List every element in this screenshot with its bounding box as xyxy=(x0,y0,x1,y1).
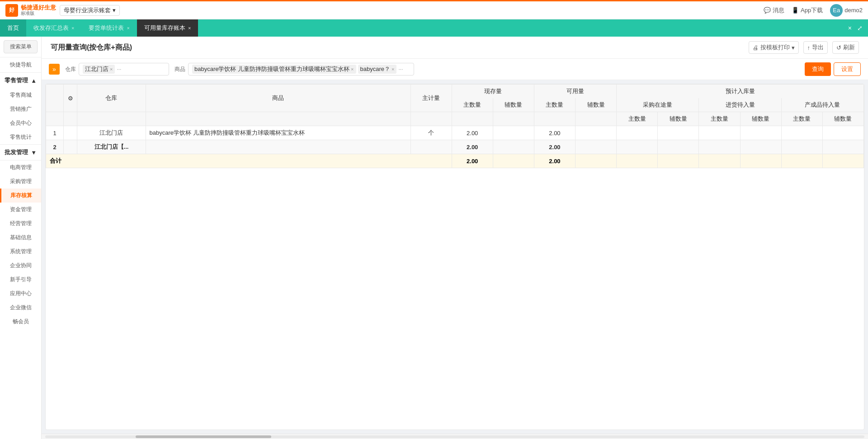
tab-order-label: 要货单统计表 xyxy=(89,24,124,32)
settings-btn[interactable]: 设置 xyxy=(834,62,861,76)
col-empty3 xyxy=(77,112,146,126)
cell-avail-main: 2.00 xyxy=(534,126,575,140)
col-empty4 xyxy=(146,112,410,126)
subtotal-pr-main xyxy=(781,140,822,154)
industry-select[interactable]: 母婴行业演示账套 ▾ xyxy=(60,5,120,16)
search-menu-btn[interactable]: 搜索菜单 xyxy=(4,40,38,53)
sidebar-item-purchase[interactable]: 采购管理 xyxy=(0,175,41,189)
col-avail-main: 主数量 xyxy=(534,98,575,112)
col-empty9 xyxy=(576,112,617,126)
warehouse-filter-group: 仓库 江北门店 × ··· xyxy=(65,63,169,76)
sidebar-item-marketing[interactable]: 营销推广 xyxy=(0,102,41,116)
cell-purchase-aux xyxy=(658,126,699,140)
subtotal-i-aux xyxy=(740,140,781,154)
tab-receive-label: 收发存汇总表 xyxy=(33,24,69,32)
warehouse-tag-label: 江北门店 xyxy=(85,65,108,73)
product-tag-2-remove[interactable]: × xyxy=(392,66,394,72)
sidebar: 搜索菜单 快捷导航 零售管理 ▲ 零售商城 营销推广 会员中心 零售统计 批发管… xyxy=(0,37,42,439)
sidebar-item-enterprise-wechat[interactable]: 企业微信 xyxy=(0,301,41,315)
sidebar-item-basics[interactable]: 基础信息 xyxy=(0,231,41,245)
col-incoming-aux: 辅数量 xyxy=(740,112,781,126)
nav-tabs: 首页 收发存汇总表 × 要货单统计表 × 可用量库存账本 × × ⤢ xyxy=(0,19,868,37)
export-btn[interactable]: ↑ 导出 xyxy=(803,41,828,54)
print-icon: 🖨 xyxy=(753,44,759,51)
chevron-down-icon: ▾ xyxy=(113,7,116,14)
product-tag-2: babycare？ × xyxy=(358,65,397,74)
main-layout: 搜索菜单 快捷导航 零售管理 ▲ 零售商城 营销推广 会员中心 零售统计 批发管… xyxy=(0,37,868,439)
tab-home[interactable]: 首页 xyxy=(0,19,26,37)
query-btn[interactable]: 查询 xyxy=(805,62,831,76)
app-icon: 📱 xyxy=(792,7,799,14)
warehouse-filter-more[interactable]: ··· xyxy=(117,66,121,72)
col-production-aux: 辅数量 xyxy=(822,112,863,126)
product-tag-1-remove[interactable]: × xyxy=(351,66,354,72)
col-current-aux: 辅数量 xyxy=(493,98,534,112)
app-download-btn[interactable]: 📱 App下载 xyxy=(792,6,823,14)
sidebar-item-system[interactable]: 系统管理 xyxy=(0,245,41,259)
quick-nav-btn[interactable]: 快捷导航 xyxy=(0,57,41,73)
filter-toggle-btn[interactable]: » xyxy=(49,64,60,75)
message-btn[interactable]: 💬 消息 xyxy=(764,6,784,14)
sidebar-item-appcenter[interactable]: 应用中心 xyxy=(0,287,41,301)
col-purchase-header: 采购在途量 xyxy=(617,98,699,112)
tab-receive-close[interactable]: × xyxy=(71,25,74,31)
refresh-btn[interactable]: ↺ 刷新 xyxy=(832,41,859,54)
tab-order[interactable]: 要货单统计表 × xyxy=(81,19,137,37)
user-area[interactable]: Ea demo2 xyxy=(830,4,863,17)
sidebar-search: 搜索菜单 xyxy=(0,37,41,57)
col-available: 可用量 xyxy=(534,85,616,99)
table-container: ⚙ 仓库 商品 主计量 现存量 可用量 预计入库量 主数量 辅数量 主数量 辅数… xyxy=(45,84,864,430)
print-label: 按模板打印 xyxy=(760,43,790,52)
tab-receive[interactable]: 收发存汇总表 × xyxy=(26,19,81,37)
sidebar-item-operations[interactable]: 经营管理 xyxy=(0,217,41,231)
product-filter-input[interactable]: babycare学饮杯 儿童防摔防撞吸管杯重力球吸嘴杯宝宝水杯 × babyca… xyxy=(188,63,414,76)
product-tag-2-label: babycare？ xyxy=(360,65,390,73)
sidebar-item-member2[interactable]: 畅会员 xyxy=(0,315,41,329)
tab-inventory[interactable]: 可用量库存账本 × xyxy=(137,19,198,37)
cell-production-aux xyxy=(822,126,863,140)
sidebar-item-retail-stats[interactable]: 零售统计 xyxy=(0,130,41,144)
sidebar-item-finance[interactable]: 资金管理 xyxy=(0,203,41,217)
cell-product: babycare学饮杯 儿童防摔防撞吸管杯重力球吸嘴杯宝宝水杯 xyxy=(146,126,410,140)
cell-production-main xyxy=(781,126,822,140)
col-empty1 xyxy=(46,112,64,126)
product-tag-1-label: babycare学饮杯 儿童防摔防撞吸管杯重力球吸嘴杯宝宝水杯 xyxy=(194,65,349,73)
sidebar-item-member[interactable]: 会员中心 xyxy=(0,116,41,130)
product-filter-more[interactable]: ··· xyxy=(398,66,403,72)
sidebar-item-newbie[interactable]: 新手引导 xyxy=(0,273,41,287)
col-purchase-main: 主数量 xyxy=(617,112,658,126)
refresh-label: 刷新 xyxy=(843,43,855,52)
cell-current-main: 2.00 xyxy=(452,126,493,140)
retail-arrow: ▲ xyxy=(31,77,37,84)
logo-text: 畅捷通好生意 xyxy=(21,4,56,11)
expand-btn[interactable]: ⤢ xyxy=(855,24,864,33)
col-empty2 xyxy=(64,112,77,126)
warehouse-tag-1: 江北门店 × xyxy=(83,65,115,74)
print-btn[interactable]: 🖨 按模板打印 ▾ xyxy=(749,41,799,54)
col-empty8 xyxy=(534,112,575,126)
warehouse-filter-input[interactable]: 江北门店 × ··· xyxy=(79,63,169,76)
scroll-thumb[interactable] xyxy=(136,435,271,438)
warehouse-tag-remove[interactable]: × xyxy=(110,66,113,72)
nav-controls: × ⤢ xyxy=(843,19,868,37)
sidebar-item-inventory[interactable]: 库存核算 xyxy=(0,189,41,203)
wholesale-arrow: ▼ xyxy=(31,149,37,156)
total-p-main xyxy=(617,154,658,168)
sidebar-item-ecommerce[interactable]: 电商管理 xyxy=(0,160,41,175)
cell-avail-aux xyxy=(576,126,617,140)
sidebar-section-retail-header[interactable]: 零售管理 ▲ xyxy=(0,73,41,88)
total-current-main: 2.00 xyxy=(452,154,493,168)
cell-unit: 个 xyxy=(410,126,452,140)
tab-order-close[interactable]: × xyxy=(127,25,129,31)
col-index xyxy=(46,85,64,112)
col-production-main: 主数量 xyxy=(781,112,822,126)
tab-inventory-close[interactable]: × xyxy=(188,25,191,31)
logo-icon: 好 xyxy=(5,4,18,17)
industry-label: 母婴行业演示账套 xyxy=(64,6,111,14)
table-row: 1 江北门店 babycare学饮杯 儿童防摔防撞吸管杯重力球吸嘴杯宝宝水杯 个… xyxy=(46,126,864,140)
sidebar-item-retail-mall[interactable]: 零售商城 xyxy=(0,88,41,102)
close-window-btn[interactable]: × xyxy=(846,24,854,33)
col-empty5 xyxy=(410,112,452,126)
sidebar-item-enterprise[interactable]: 企业协同 xyxy=(0,259,41,273)
sidebar-section-wholesale-header[interactable]: 批发管理 ▼ xyxy=(0,145,41,160)
